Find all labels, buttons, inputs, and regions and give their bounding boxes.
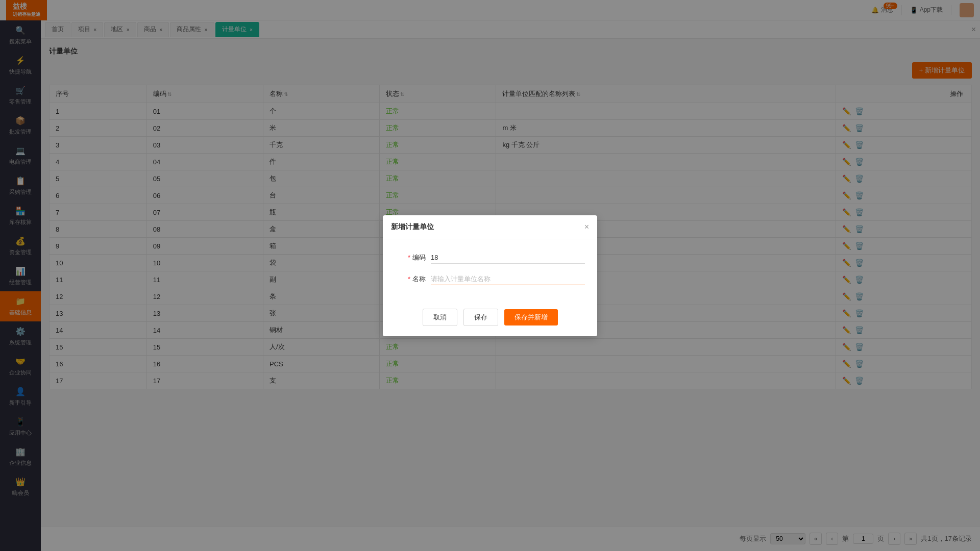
code-label: 编码 [395, 253, 426, 262]
form-row-name: 名称 [395, 273, 585, 285]
modal-header: 新增计量单位 × [383, 215, 597, 239]
cancel-button[interactable]: 取消 [423, 309, 457, 326]
save-and-new-button[interactable]: 保存并新增 [504, 309, 558, 325]
modal-body: 编码 名称 [383, 239, 597, 303]
code-input[interactable] [431, 252, 585, 264]
modal-footer: 取消 保存 保存并新增 [383, 303, 597, 336]
name-input[interactable] [431, 273, 585, 285]
modal-title: 新增计量单位 [391, 222, 434, 232]
save-button[interactable]: 保存 [463, 309, 498, 326]
name-label: 名称 [395, 274, 426, 284]
modal-overlay: 新增计量单位 × 编码 名称 取消 保存 保存并新增 [0, 0, 980, 551]
add-unit-modal: 新增计量单位 × 编码 名称 取消 保存 保存并新增 [383, 215, 597, 336]
modal-close-btn[interactable]: × [584, 222, 589, 232]
form-row-code: 编码 [395, 252, 585, 264]
